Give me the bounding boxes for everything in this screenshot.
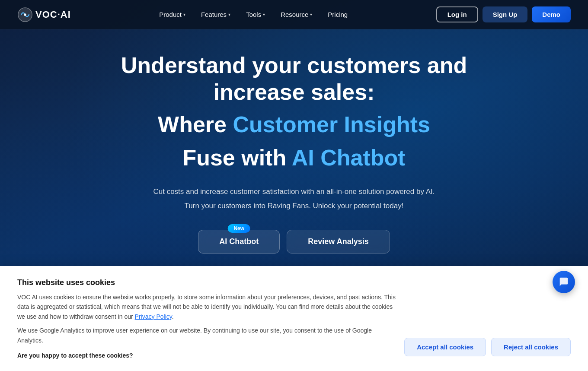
nav-item-tools[interactable]: Tools ▾	[239, 7, 272, 22]
nav-item-pricing[interactable]: Pricing	[321, 7, 355, 22]
hero-title-line2: Where Customer Insights	[158, 110, 430, 140]
new-badge: New	[227, 224, 250, 233]
nav-link-features[interactable]: Features ▾	[194, 7, 237, 22]
demo-button[interactable]: Demo	[532, 6, 571, 22]
navbar: VOC·AI Product ▾ Features ▾ Tools ▾ Reso…	[0, 0, 588, 29]
chat-bubble-button[interactable]	[553, 271, 575, 293]
nav-item-resource[interactable]: Resource ▾	[274, 7, 319, 22]
nav-link-resource[interactable]: Resource ▾	[274, 7, 319, 22]
chat-icon	[558, 276, 569, 288]
logo-text: VOC·AI	[35, 9, 71, 20]
hero-title-line3: Fuse with AI Chatbot	[182, 143, 405, 173]
hero-subtitle1: Cut costs and increase customer satisfac…	[153, 186, 435, 197]
reject-cookies-button[interactable]: Reject all cookies	[491, 338, 571, 356]
nav-actions: Log in Sign Up Demo	[436, 6, 571, 22]
nav-link-tools[interactable]: Tools ▾	[239, 7, 272, 22]
logo[interactable]: VOC·AI	[17, 7, 71, 22]
nav-link-product[interactable]: Product ▾	[152, 7, 192, 22]
cookie-analytics: We use Google Analytics to improve user …	[17, 326, 398, 345]
nav-item-product[interactable]: Product ▾	[152, 7, 192, 22]
hero-cta-group: New AI Chatbot Review Analysis	[198, 230, 390, 254]
svg-point-1	[24, 13, 26, 16]
hero-subtitle2: Turn your customers into Raving Fans. Un…	[185, 200, 404, 212]
login-button[interactable]: Log in	[436, 6, 478, 22]
accept-cookies-button[interactable]: Accept all cookies	[404, 338, 486, 356]
cookie-banner: This website uses cookies VOC AI uses co…	[0, 266, 588, 371]
chevron-down-icon: ▾	[263, 12, 265, 17]
review-analysis-button[interactable]: Review Analysis	[287, 230, 390, 254]
cookie-actions: Accept all cookies Reject all cookies	[404, 338, 571, 356]
logo-icon	[17, 7, 33, 22]
chevron-down-icon: ▾	[228, 12, 230, 17]
hero-title-line1: Understand your customers and increase s…	[99, 52, 489, 106]
nav-item-features[interactable]: Features ▾	[194, 7, 237, 22]
chevron-down-icon: ▾	[310, 12, 312, 17]
nav-links: Product ▾ Features ▾ Tools ▾ Resource ▾	[152, 7, 355, 22]
privacy-policy-link[interactable]: Privacy Policy	[135, 313, 172, 320]
nav-link-pricing[interactable]: Pricing	[321, 7, 355, 22]
signup-button[interactable]: Sign Up	[483, 6, 528, 22]
cookie-body: VOC AI uses cookies to ensure the websit…	[17, 292, 398, 321]
chevron-down-icon: ▾	[183, 12, 185, 17]
ai-chatbot-button[interactable]: New AI Chatbot	[198, 230, 280, 254]
cookie-title: This website uses cookies	[17, 278, 571, 287]
